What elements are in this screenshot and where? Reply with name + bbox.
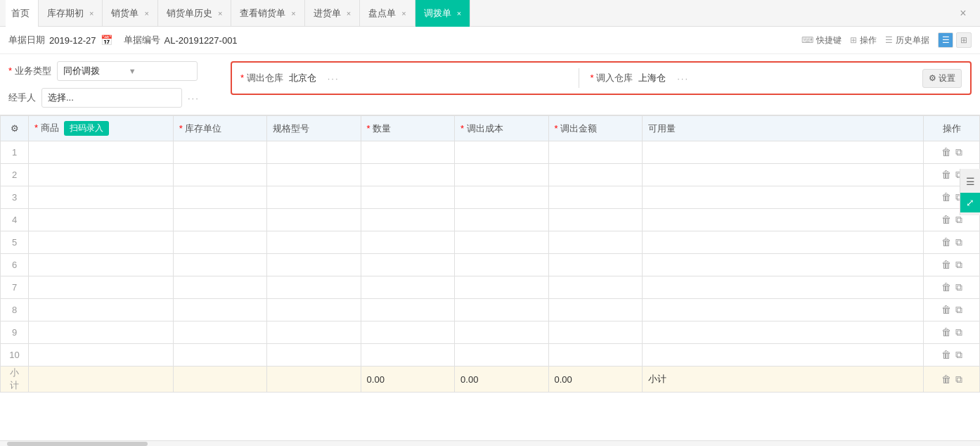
row-product[interactable]	[29, 209, 174, 231]
row-cost[interactable]	[455, 254, 548, 276]
delete-icon[interactable]: 🗑	[941, 259, 951, 270]
handler-more-icon[interactable]: ···	[188, 93, 200, 103]
row-spec[interactable]	[267, 186, 361, 209]
row-spec[interactable]	[267, 164, 361, 186]
tab-stocktake[interactable]: 盘点单 ×	[360, 0, 415, 27]
sidebar-expand-icon[interactable]: ⤢	[960, 193, 980, 212]
tab-sales-history[interactable]: 销货单历史 ×	[158, 0, 231, 27]
delete-icon[interactable]: 🗑	[941, 374, 951, 385]
row-unit[interactable]	[173, 164, 266, 186]
row-available[interactable]	[643, 321, 924, 344]
copy-icon[interactable]: ⧉	[955, 146, 962, 158]
row-amount[interactable]	[548, 276, 642, 299]
row-qty[interactable]	[361, 299, 454, 321]
tab-transfer[interactable]: 调拨单 ×	[415, 0, 470, 27]
tab-view-sales-close[interactable]: ×	[291, 9, 295, 18]
row-available[interactable]	[643, 231, 924, 254]
sidebar-list-icon[interactable]: ☰	[960, 172, 980, 191]
row-amount[interactable]	[548, 299, 642, 321]
row-product[interactable]	[29, 231, 174, 254]
row-qty[interactable]: 0.00	[361, 367, 454, 393]
row-amount[interactable]	[548, 209, 642, 231]
row-amount[interactable]	[548, 344, 642, 367]
operations-button[interactable]: ⊞ 操作	[850, 34, 877, 46]
copy-icon[interactable]: ⧉	[955, 349, 962, 360]
business-type-input[interactable]: 同价调拨 ▼	[57, 61, 198, 81]
row-unit[interactable]	[173, 231, 266, 254]
row-qty[interactable]	[361, 209, 454, 231]
row-qty[interactable]	[361, 276, 454, 299]
row-available[interactable]	[643, 209, 924, 231]
delete-icon[interactable]: 🗑	[941, 191, 951, 203]
row-unit[interactable]	[173, 186, 266, 209]
row-spec[interactable]	[267, 276, 361, 299]
row-unit[interactable]	[173, 321, 266, 344]
th-gear[interactable]: ⚙	[1, 116, 29, 141]
row-amount[interactable]	[548, 321, 642, 344]
row-spec[interactable]	[267, 231, 361, 254]
row-spec[interactable]	[267, 209, 361, 231]
row-available[interactable]	[643, 186, 924, 209]
row-cost[interactable]	[455, 141, 548, 164]
delete-icon[interactable]: 🗑	[941, 304, 951, 315]
row-cost[interactable]	[455, 344, 548, 367]
row-qty[interactable]	[361, 321, 454, 344]
row-available[interactable]: 小计	[643, 367, 924, 393]
row-amount[interactable]	[548, 186, 642, 209]
row-cost[interactable]	[455, 321, 548, 344]
tab-purchase-order[interactable]: 进货单 ×	[305, 0, 360, 27]
row-available[interactable]	[643, 164, 924, 186]
row-qty[interactable]	[361, 344, 454, 367]
row-cost[interactable]	[455, 299, 548, 321]
row-cost[interactable]	[455, 231, 548, 254]
row-unit[interactable]	[173, 254, 266, 276]
row-qty[interactable]	[361, 186, 454, 209]
calendar-icon[interactable]: 📅	[101, 34, 112, 46]
row-product[interactable]	[29, 276, 174, 299]
row-amount[interactable]	[548, 164, 642, 186]
copy-icon[interactable]: ⧉	[955, 214, 962, 225]
copy-icon[interactable]: ⧉	[955, 259, 962, 270]
row-available[interactable]	[643, 254, 924, 276]
settings-button[interactable]: ⚙ 设置	[922, 69, 962, 88]
row-amount[interactable]	[548, 254, 642, 276]
warehouse-out-more-icon[interactable]: ···	[328, 73, 340, 84]
grid-view-button[interactable]: ⊞	[956, 32, 972, 48]
row-product[interactable]	[29, 186, 174, 209]
tab-sales-order-close[interactable]: ×	[144, 9, 148, 18]
list-view-button[interactable]: ☰	[938, 32, 953, 48]
row-product[interactable]	[29, 321, 174, 344]
delete-icon[interactable]: 🗑	[941, 349, 951, 360]
tab-stocktake-close[interactable]: ×	[401, 9, 406, 18]
row-amount[interactable]	[548, 231, 642, 254]
row-spec[interactable]	[267, 344, 361, 367]
tab-view-sales[interactable]: 查看销货单 ×	[231, 0, 304, 27]
scrollbar-thumb[interactable]	[7, 442, 148, 446]
delete-icon[interactable]: 🗑	[941, 146, 951, 158]
handler-input[interactable]: 选择...	[41, 88, 182, 108]
row-cost[interactable]	[455, 164, 548, 186]
window-close-button[interactable]: ×	[952, 2, 974, 25]
tab-sales-order[interactable]: 销货单 ×	[103, 0, 157, 27]
tab-sales-history-close[interactable]: ×	[218, 9, 222, 18]
row-spec[interactable]	[267, 367, 361, 393]
row-qty[interactable]	[361, 231, 454, 254]
row-available[interactable]	[643, 276, 924, 299]
delete-icon[interactable]: 🗑	[941, 281, 951, 293]
tab-transfer-close[interactable]: ×	[457, 9, 461, 18]
tab-inventory-init[interactable]: 库存期初 ×	[39, 0, 103, 27]
row-spec[interactable]	[267, 141, 361, 164]
row-available[interactable]	[643, 344, 924, 367]
row-product[interactable]	[29, 254, 174, 276]
tab-inventory-init-close[interactable]: ×	[89, 9, 94, 18]
delete-icon[interactable]: 🗑	[941, 169, 951, 180]
row-cost[interactable]	[455, 186, 548, 209]
horizontal-scrollbar[interactable]	[0, 440, 980, 446]
scan-entry-button[interactable]: 扫码录入	[64, 121, 109, 136]
row-available[interactable]	[643, 141, 924, 164]
row-amount[interactable]	[548, 141, 642, 164]
row-product[interactable]	[29, 164, 174, 186]
row-spec[interactable]	[267, 299, 361, 321]
row-cost[interactable]: 0.00	[455, 367, 548, 393]
copy-icon[interactable]: ⧉	[955, 281, 962, 293]
